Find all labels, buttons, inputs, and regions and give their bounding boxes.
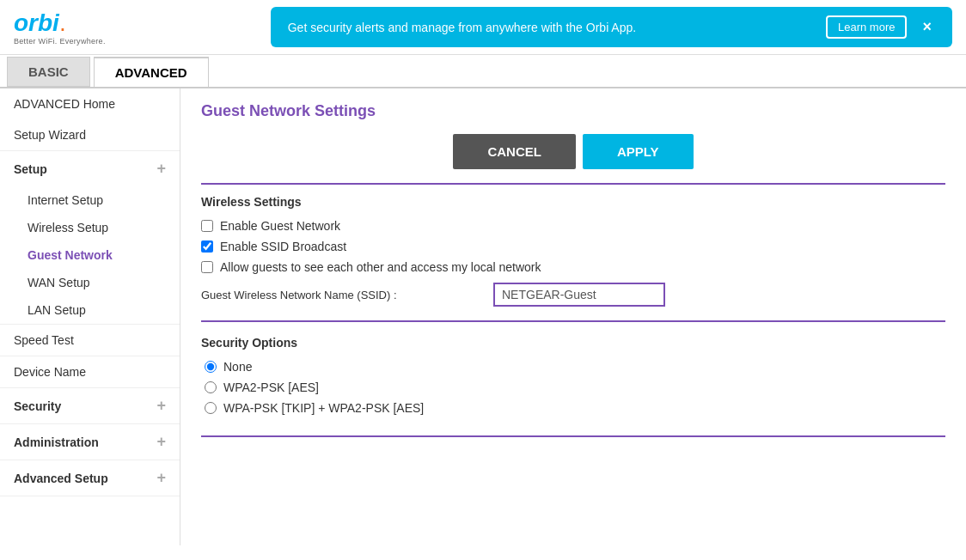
tab-basic[interactable]: BASIC xyxy=(7,57,90,87)
cancel-button[interactable]: CANCEL xyxy=(453,134,576,169)
sidebar-item-wireless-setup[interactable]: Wireless Setup xyxy=(0,214,180,241)
allow-guests-row: Allow guests to see each other and acces… xyxy=(201,260,945,274)
banner-close-button[interactable]: × xyxy=(919,18,935,36)
sidebar-item-speed-test[interactable]: Speed Test xyxy=(0,325,180,356)
tabs-bar: BASIC ADVANCED xyxy=(0,57,966,88)
sidebar-item-security[interactable]: Security + xyxy=(0,388,180,423)
header: orbi. Better WiFi. Everywhere. Get secur… xyxy=(0,0,966,55)
logo-tagline: Better WiFi. Everywhere. xyxy=(14,37,106,46)
advanced-setup-expand-icon: + xyxy=(156,469,166,487)
divider-bottom xyxy=(201,435,945,437)
sidebar-item-administration[interactable]: Administration + xyxy=(0,424,180,460)
enable-ssid-row: Enable SSID Broadcast xyxy=(201,240,945,253)
main-layout: ADVANCED Home Setup Wizard Setup + Inter… xyxy=(0,88,966,545)
sidebar: ADVANCED Home Setup Wizard Setup + Inter… xyxy=(0,88,180,545)
security-wpa2-radio[interactable] xyxy=(205,381,217,393)
security-options-title: Security Options xyxy=(201,336,945,350)
ssid-input[interactable] xyxy=(493,283,665,307)
wireless-settings-section: Wireless Settings Enable Guest Network E… xyxy=(201,195,945,307)
enable-guest-row: Enable Guest Network xyxy=(201,219,945,233)
banner-message: Get security alerts and manage from anyw… xyxy=(288,21,814,34)
wireless-settings-title: Wireless Settings xyxy=(201,195,945,209)
security-wpa2-row: WPA2-PSK [AES] xyxy=(201,380,945,394)
sidebar-item-lan-setup[interactable]: LAN Setup xyxy=(0,296,180,324)
enable-guest-checkbox[interactable] xyxy=(201,220,213,232)
sidebar-item-setup-wizard[interactable]: Setup Wizard xyxy=(0,119,180,150)
administration-expand-icon: + xyxy=(156,433,166,451)
page-title: Guest Network Settings xyxy=(201,102,945,120)
logo-text: orbi xyxy=(14,9,59,36)
enable-ssid-label: Enable SSID Broadcast xyxy=(220,240,346,253)
apply-button[interactable]: APPLY xyxy=(583,134,694,169)
security-expand-icon: + xyxy=(156,397,166,415)
sidebar-item-guest-network[interactable]: Guest Network xyxy=(0,241,180,269)
security-none-label: None xyxy=(223,360,252,374)
security-wpa2-label: WPA2-PSK [AES] xyxy=(223,380,319,394)
ssid-label: Guest Wireless Network Name (SSID) : xyxy=(201,289,493,301)
notification-banner: Get security alerts and manage from anyw… xyxy=(271,7,952,47)
security-wpa-combo-label: WPA-PSK [TKIP] + WPA2-PSK [AES] xyxy=(223,401,424,415)
ssid-row: Guest Wireless Network Name (SSID) : xyxy=(201,283,945,307)
allow-guests-label: Allow guests to see each other and acces… xyxy=(220,260,541,274)
content-area: Guest Network Settings CANCEL APPLY Wire… xyxy=(180,88,966,545)
divider-middle xyxy=(201,320,945,322)
security-wpa-combo-radio[interactable] xyxy=(205,402,217,414)
security-wpa-combo-row: WPA-PSK [TKIP] + WPA2-PSK [AES] xyxy=(201,401,945,415)
action-buttons: CANCEL APPLY xyxy=(201,134,945,169)
sidebar-item-advanced-home[interactable]: ADVANCED Home xyxy=(0,88,180,119)
sidebar-item-wan-setup[interactable]: WAN Setup xyxy=(0,269,180,296)
enable-guest-label: Enable Guest Network xyxy=(220,219,340,233)
tab-advanced[interactable]: ADVANCED xyxy=(94,57,209,87)
logo-dot: . xyxy=(59,9,66,36)
divider-top xyxy=(201,183,945,185)
security-options-section: Security Options None WPA2-PSK [AES] WPA… xyxy=(201,336,945,415)
enable-ssid-checkbox[interactable] xyxy=(201,240,213,253)
learn-more-button[interactable]: Learn more xyxy=(826,15,907,39)
sidebar-item-internet-setup[interactable]: Internet Setup xyxy=(0,186,180,214)
setup-expand-icon: + xyxy=(156,160,166,178)
allow-guests-checkbox[interactable] xyxy=(201,261,213,273)
sidebar-item-setup[interactable]: Setup + xyxy=(0,151,180,186)
security-none-row: None xyxy=(201,360,945,374)
sidebar-item-device-name[interactable]: Device Name xyxy=(0,356,180,387)
logo: orbi. Better WiFi. Everywhere. xyxy=(14,9,106,46)
sidebar-item-advanced-setup[interactable]: Advanced Setup + xyxy=(0,460,180,496)
security-none-radio[interactable] xyxy=(205,361,217,373)
